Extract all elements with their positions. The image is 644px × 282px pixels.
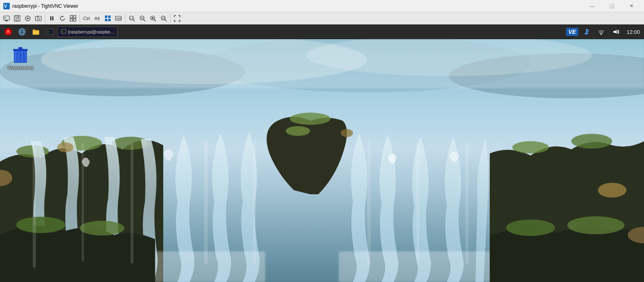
svg-line-98 <box>24 52 24 61</box>
svg-point-47 <box>6 32 8 34</box>
svg-point-89 <box>341 129 353 137</box>
separator-1 <box>45 14 45 22</box>
desktop-wallpaper <box>0 39 644 282</box>
terminal-launcher-button[interactable]: >_ <box>43 26 56 38</box>
svg-point-58 <box>601 34 602 35</box>
svg-rect-22 <box>70 16 73 18</box>
svg-text:1:1: 1:1 <box>130 17 134 20</box>
settings-button[interactable] <box>68 13 78 23</box>
svg-point-48 <box>9 32 11 34</box>
pause-button[interactable] <box>47 13 57 23</box>
svg-rect-86 <box>465 143 469 264</box>
clock[interactable]: 12:00 <box>624 29 642 35</box>
svg-rect-5 <box>4 17 7 18</box>
svg-line-39 <box>154 20 156 21</box>
window-title: raspberrypi - TightVNC Viewer <box>12 3 583 9</box>
zoom-actual-button[interactable]: 1:1 <box>127 13 137 23</box>
svg-line-33 <box>133 20 135 21</box>
svg-rect-99 <box>15 51 17 61</box>
svg-rect-8 <box>16 18 18 21</box>
separator-2 <box>80 14 80 22</box>
svg-rect-83 <box>253 138 256 264</box>
ctrl-key-button[interactable]: Ctrl <box>82 13 91 23</box>
svg-point-77 <box>506 220 555 236</box>
desktop: Wastebasket <box>0 39 644 282</box>
svg-rect-27 <box>108 16 111 18</box>
minimize-button[interactable]: — <box>583 0 602 12</box>
wastebasket-label: Wastebasket <box>7 65 33 70</box>
alt-key-button[interactable]: Alt <box>92 13 102 23</box>
svg-line-96 <box>17 52 17 61</box>
title-bar: V raspberrypi - TightVNC Viewer — ⬜ ✕ <box>0 0 644 12</box>
svg-marker-21 <box>62 16 64 17</box>
zoom-fit-button[interactable]: ⊡ <box>159 13 169 23</box>
svg-rect-20 <box>52 16 53 20</box>
terminal-task-label: [raspberrypi@raspbe... <box>68 29 114 34</box>
volume-icon[interactable] <box>609 26 622 38</box>
wastebasket-image <box>11 45 30 64</box>
svg-rect-24 <box>70 19 73 21</box>
refresh-button[interactable] <box>58 13 67 23</box>
separator-4 <box>170 14 171 22</box>
system-tray: VE 12:00 <box>566 26 642 38</box>
svg-text:ABC: ABC <box>116 17 122 20</box>
svg-rect-18 <box>37 16 38 17</box>
svg-rect-26 <box>105 16 107 18</box>
ve-badge[interactable]: VE <box>566 28 579 36</box>
svg-point-76 <box>80 221 124 235</box>
svg-rect-19 <box>50 16 51 20</box>
terminal-task-button[interactable]: >_ [raspberrypi@raspbe... <box>57 27 118 37</box>
svg-rect-82 <box>204 140 208 265</box>
screenshot-button[interactable] <box>33 13 43 23</box>
wifi-icon[interactable] <box>595 26 608 38</box>
options-button[interactable] <box>23 13 33 23</box>
svg-point-71 <box>290 113 331 125</box>
svg-rect-84 <box>367 139 371 265</box>
svg-line-36 <box>144 20 145 21</box>
zoom-in-button[interactable] <box>148 13 158 23</box>
svg-rect-85 <box>416 142 419 264</box>
svg-point-78 <box>567 216 624 234</box>
wastebasket-icon[interactable]: Wastebasket <box>4 43 37 72</box>
zoom-out-button[interactable] <box>138 13 147 23</box>
svg-rect-23 <box>73 16 76 18</box>
svg-rect-80 <box>82 143 84 262</box>
browser-button[interactable] <box>16 26 29 38</box>
svg-point-70 <box>571 134 612 149</box>
separator-3 <box>125 14 125 22</box>
svg-rect-3 <box>6 20 7 21</box>
toolbar: Ctrl Alt ABC 1:1 ⊡ <box>0 12 644 24</box>
svg-point-90 <box>598 183 626 198</box>
svg-rect-79 <box>33 145 36 268</box>
svg-point-69 <box>512 141 549 153</box>
win-key-button[interactable] <box>103 13 113 23</box>
svg-rect-81 <box>131 143 133 264</box>
taskbar: >_ >_ [raspberrypi@raspbe... VE <box>0 24 644 39</box>
svg-rect-28 <box>105 19 107 21</box>
restore-button[interactable]: ⬜ <box>602 0 621 12</box>
window-controls: — ⬜ ✕ <box>583 0 641 12</box>
bluetooth-icon[interactable] <box>580 26 593 38</box>
svg-rect-95 <box>18 47 22 49</box>
svg-line-43 <box>165 20 167 21</box>
svg-point-88 <box>57 142 73 152</box>
svg-point-75 <box>16 217 65 233</box>
fullscreen-button[interactable] <box>172 13 182 23</box>
close-button[interactable]: ✕ <box>622 0 641 12</box>
svg-point-17 <box>37 18 40 20</box>
svg-text:>_: >_ <box>47 30 51 34</box>
svg-point-11 <box>27 18 29 19</box>
svg-point-72 <box>286 126 310 136</box>
new-connection-button[interactable] <box>2 13 11 23</box>
app-icon: V <box>3 3 10 9</box>
svg-rect-4 <box>5 21 8 21</box>
file-manager-button[interactable] <box>29 26 42 38</box>
send-key-button[interactable]: ABC <box>113 13 123 23</box>
svg-text:⊡: ⊡ <box>162 16 165 20</box>
svg-text:V: V <box>4 4 7 9</box>
save-connection-button[interactable] <box>12 13 22 23</box>
raspberry-menu-button[interactable] <box>2 26 15 38</box>
svg-text:>_: >_ <box>62 30 65 33</box>
svg-rect-29 <box>108 19 111 21</box>
svg-rect-9 <box>16 16 18 17</box>
